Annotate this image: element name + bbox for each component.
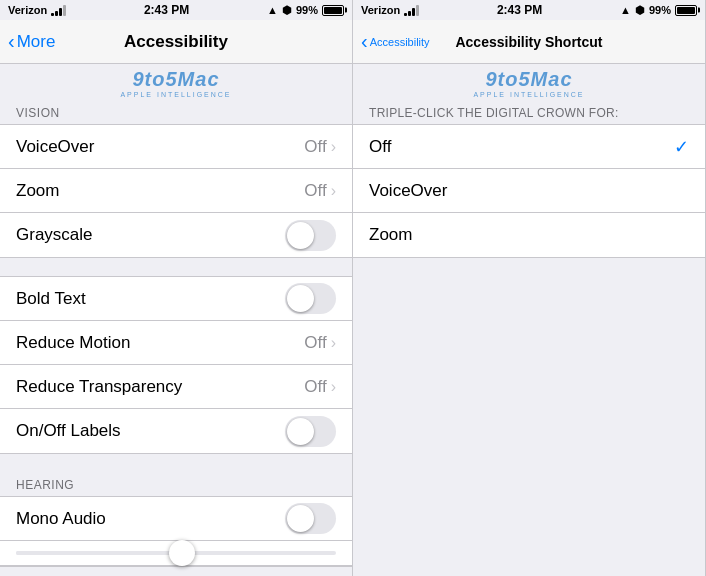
zoom-right: Off › [304, 181, 336, 201]
battery-pct-left: 99% [296, 4, 318, 16]
carrier-right: Verizon [361, 4, 400, 16]
reduce-motion-label: Reduce Motion [16, 333, 130, 353]
right-panel: Verizon 2:43 PM ▲ ⬢ 99% ‹ Accessibility … [353, 0, 706, 576]
nav-bar-left: ‹ More Accessibility [0, 20, 352, 64]
reduce-transparency-right: Off › [304, 377, 336, 397]
watermark-sub-left: APPLE INTELLIGENCE [0, 91, 352, 98]
mono-audio-row[interactable]: Mono Audio [0, 497, 352, 541]
middle-list: Bold Text Reduce Motion Off › Reduce Tra… [0, 276, 352, 454]
status-right-right: ▲ ⬢ 99% [620, 4, 697, 17]
back-label-left: More [17, 32, 56, 52]
rbar1 [404, 13, 407, 16]
zoom-chevron: › [331, 182, 336, 200]
location-icon: ▲ [267, 4, 278, 16]
voiceover-right: Off › [304, 137, 336, 157]
back-label-right: Accessibility [370, 36, 430, 48]
battery-icon-right [675, 5, 697, 16]
watermark-sub-right: APPLE INTELLIGENCE [353, 91, 705, 98]
reduce-motion-right: Off › [304, 333, 336, 353]
watermark-left: 9to5Mac APPLE INTELLIGENCE [0, 64, 352, 100]
bluetooth-icon-r: ⬢ [635, 4, 645, 17]
onoff-labels-row[interactable]: On/Off Labels [0, 409, 352, 453]
grayscale-toggle[interactable] [285, 220, 336, 251]
status-right-left: ▲ ⬢ 99% [267, 4, 344, 17]
rbar3 [412, 8, 415, 16]
footer-text: Adjust the audio volume balance between … [0, 567, 352, 576]
nav-title-left: Accessibility [124, 32, 228, 52]
carrier-left: Verizon [8, 4, 47, 16]
shortcut-zoom-label: Zoom [369, 225, 412, 245]
section-vision: VISION [0, 100, 352, 124]
onoff-labels-toggle[interactable] [285, 416, 336, 447]
bar2 [55, 11, 58, 16]
vision-list: VoiceOver Off › Zoom Off › Grayscale [0, 124, 352, 258]
mono-audio-knob [287, 505, 314, 532]
status-bar-right: Verizon 2:43 PM ▲ ⬢ 99% [353, 0, 705, 20]
back-button-left[interactable]: ‹ More [8, 30, 55, 53]
reduce-transparency-chevron: › [331, 378, 336, 396]
slider-fill [16, 551, 192, 555]
mono-audio-label: Mono Audio [16, 509, 106, 529]
shortcut-zoom-row[interactable]: Zoom [353, 213, 705, 257]
reduce-transparency-value: Off [304, 377, 326, 397]
zoom-label: Zoom [16, 181, 59, 201]
battery-fill [324, 7, 342, 14]
reduce-motion-value: Off [304, 333, 326, 353]
location-icon-r: ▲ [620, 4, 631, 16]
voiceover-label: VoiceOver [16, 137, 94, 157]
back-chevron-right: ‹ [361, 30, 368, 53]
bar3 [59, 8, 62, 16]
voiceover-chevron: › [331, 138, 336, 156]
bold-text-toggle[interactable] [285, 283, 336, 314]
voiceover-row[interactable]: VoiceOver Off › [0, 125, 352, 169]
spacer-1 [0, 258, 352, 276]
bar1 [51, 13, 54, 16]
signal-bars-right [404, 5, 419, 16]
time-left: 2:43 PM [144, 3, 189, 17]
mono-audio-toggle[interactable] [285, 503, 336, 534]
reduce-transparency-row[interactable]: Reduce Transparency Off › [0, 365, 352, 409]
reduce-transparency-label: Reduce Transparency [16, 377, 182, 397]
spacer-2 [0, 454, 352, 472]
watermark-logo-right: 9to5Mac [485, 68, 572, 90]
grayscale-knob [287, 222, 314, 249]
battery-pct-right: 99% [649, 4, 671, 16]
volume-slider-row[interactable] [0, 541, 352, 566]
voiceover-value: Off [304, 137, 326, 157]
grayscale-label: Grayscale [16, 225, 93, 245]
bold-text-label: Bold Text [16, 289, 86, 309]
shortcut-off-row[interactable]: Off ✓ [353, 125, 705, 169]
onoff-labels-label: On/Off Labels [16, 421, 121, 441]
status-left: Verizon [8, 4, 66, 16]
back-button-right[interactable]: ‹ Accessibility [361, 30, 430, 53]
scroll-left[interactable]: VISION VoiceOver Off › Zoom Off › Graysc… [0, 100, 352, 576]
shortcut-list: Off ✓ VoiceOver Zoom [353, 124, 705, 258]
time-right: 2:43 PM [497, 3, 542, 17]
zoom-value: Off [304, 181, 326, 201]
battery-fill-right [677, 7, 695, 14]
watermark-right: 9to5Mac APPLE INTELLIGENCE [353, 64, 705, 100]
grayscale-row[interactable]: Grayscale [0, 213, 352, 257]
shortcut-voiceover-row[interactable]: VoiceOver [353, 169, 705, 213]
zoom-row[interactable]: Zoom Off › [0, 169, 352, 213]
shortcut-voiceover-label: VoiceOver [369, 181, 447, 201]
watermark-logo-left: 9to5Mac [132, 68, 219, 90]
slider-thumb[interactable] [169, 540, 195, 566]
check-icon: ✓ [674, 136, 689, 158]
nav-bar-right: ‹ Accessibility Accessibility Shortcut [353, 20, 705, 64]
status-bar-left: Verizon 2:43 PM ▲ ⬢ 99% [0, 0, 352, 20]
back-chevron-left: ‹ [8, 30, 15, 53]
bar4 [63, 5, 66, 16]
section-hearing: HEARING [0, 472, 352, 496]
bold-text-knob [287, 285, 314, 312]
rbar4 [416, 5, 419, 16]
battery-icon-left [322, 5, 344, 16]
nav-title-right: Accessibility Shortcut [455, 34, 602, 50]
triple-click-header: TRIPLE-CLICK THE DIGITAL CROWN FOR: [353, 100, 705, 124]
hearing-list: Mono Audio [0, 496, 352, 567]
bold-text-row[interactable]: Bold Text [0, 277, 352, 321]
reduce-motion-row[interactable]: Reduce Motion Off › [0, 321, 352, 365]
shortcut-off-label: Off [369, 137, 391, 157]
status-left-right: Verizon [361, 4, 419, 16]
left-panel: Verizon 2:43 PM ▲ ⬢ 99% ‹ More Accessibi… [0, 0, 353, 576]
